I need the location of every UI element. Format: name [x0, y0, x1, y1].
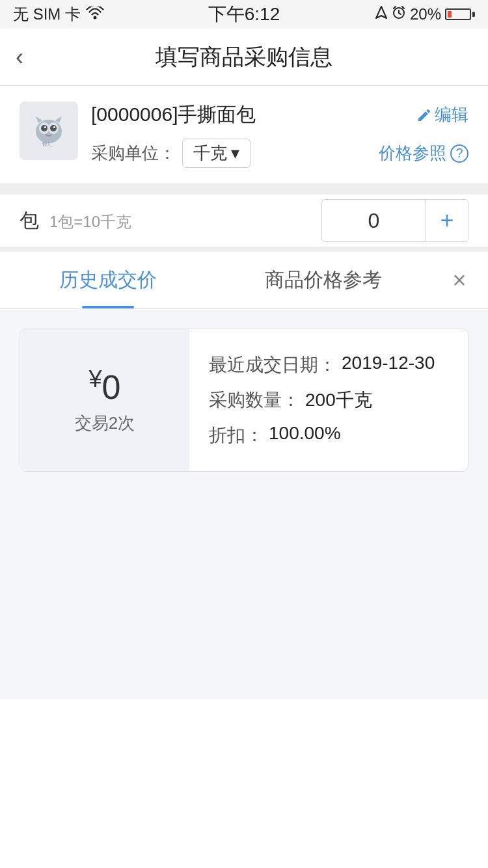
- history-details: 最近成交日期： 2019-12-30 采购数量： 200千克 折扣： 100.0…: [189, 329, 468, 471]
- empty-content-area: [0, 699, 488, 868]
- product-card: 数汇 [0000006]手撕面包 编辑 采购单位： 千克 ▾: [0, 86, 488, 184]
- page-title: 填写商品采购信息: [156, 42, 332, 72]
- trade-count: 交易2次: [75, 412, 135, 435]
- recent-date-label: 最近成交日期：: [209, 353, 336, 377]
- svg-point-8: [53, 126, 55, 128]
- svg-point-7: [44, 126, 46, 128]
- product-info: [0000006]手撕面包 编辑 采购单位： 千克 ▾ 价格参照 ?: [91, 102, 468, 168]
- dropdown-arrow-icon: ▾: [231, 143, 239, 163]
- discount-label: 折扣：: [209, 423, 264, 448]
- product-thumbnail: 数汇: [20, 102, 78, 160]
- battery-percent-text: 20%: [410, 5, 441, 23]
- unit-conversion-text: 1包=10千克: [49, 211, 131, 232]
- tab-reference-label: 商品价格参考: [265, 267, 382, 293]
- svg-point-5: [41, 125, 47, 131]
- tab-history-label: 历史成交价: [59, 267, 157, 293]
- wifi-icon: [86, 5, 104, 23]
- product-name-row: [0000006]手撕面包 编辑: [91, 102, 468, 128]
- quantity-plus-button[interactable]: +: [426, 200, 468, 241]
- unit-select-dropdown[interactable]: 千克 ▾: [182, 139, 251, 168]
- price-history-panel: ¥0 交易2次 最近成交日期： 2019-12-30 采购数量： 200千克 折…: [0, 309, 488, 699]
- purchase-qty-value: 200千克: [305, 388, 372, 413]
- price-ref-help-icon: ?: [450, 144, 468, 163]
- unit-label: 采购单位： 千克 ▾: [91, 139, 251, 168]
- svg-point-0: [94, 16, 97, 20]
- location-icon: [375, 5, 388, 23]
- edit-button[interactable]: 编辑: [416, 103, 468, 126]
- discount-row: 折扣： 100.00%: [209, 423, 448, 448]
- section-divider: [0, 184, 488, 195]
- tab-bar: 历史成交价 商品价格参考 ×: [0, 252, 488, 309]
- recent-date-value: 2019-12-30: [342, 353, 435, 377]
- svg-text:数汇: 数汇: [42, 141, 53, 147]
- product-image: 数汇: [29, 109, 68, 154]
- status-right: 20%: [375, 5, 475, 23]
- history-price-summary: ¥0 交易2次: [20, 329, 189, 471]
- quantity-value[interactable]: 0: [322, 200, 426, 241]
- product-unit-row: 采购单位： 千克 ▾ 价格参照 ?: [91, 139, 468, 168]
- tab-product-price-ref[interactable]: 商品价格参考: [215, 252, 431, 308]
- quantity-unit-info: 包 1包=10千克: [20, 208, 131, 234]
- tab-history-price[interactable]: 历史成交价: [0, 252, 215, 308]
- quantity-row: 包 1包=10千克 0 +: [0, 195, 488, 252]
- discount-value: 100.00%: [269, 423, 341, 448]
- recent-date-row: 最近成交日期： 2019-12-30: [209, 353, 448, 377]
- quantity-unit: 包: [20, 208, 39, 234]
- purchase-qty-label: 采购数量：: [209, 388, 300, 413]
- nav-bar: ‹ 填写商品采购信息: [0, 29, 488, 86]
- product-name: [0000006]手撕面包: [91, 102, 256, 128]
- edit-label: 编辑: [435, 103, 468, 126]
- status-bar: 无 SIM 卡 下午6:12 20%: [0, 0, 488, 29]
- quantity-input-group: 0 +: [321, 199, 468, 242]
- price-reference-button[interactable]: 价格参照 ?: [379, 142, 468, 165]
- tab-active-underline: [82, 306, 134, 308]
- status-left: 无 SIM 卡: [13, 4, 104, 25]
- history-card: ¥0 交易2次 最近成交日期： 2019-12-30 采购数量： 200千克 折…: [20, 329, 468, 472]
- history-price-value: ¥0: [89, 366, 121, 407]
- alarm-icon: [392, 5, 406, 23]
- svg-point-6: [50, 125, 57, 131]
- no-sim-text: 无 SIM 卡: [13, 4, 81, 25]
- back-button[interactable]: ‹: [16, 44, 23, 71]
- battery-icon: [445, 8, 475, 20]
- purchase-qty-row: 采购数量： 200千克: [209, 388, 448, 413]
- status-time: 下午6:12: [208, 2, 280, 27]
- panel-close-button[interactable]: ×: [431, 252, 488, 309]
- currency-symbol: ¥: [89, 366, 102, 392]
